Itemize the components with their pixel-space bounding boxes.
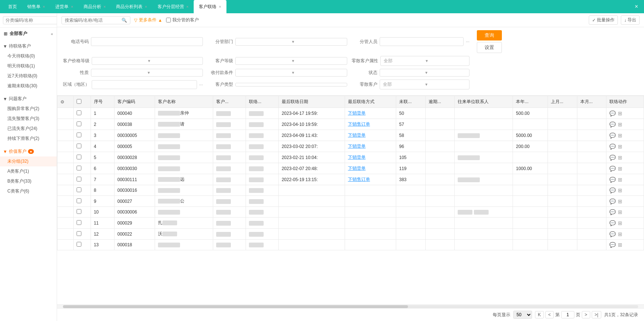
- problem-customers-title[interactable]: ▼ 问题客户: [0, 94, 57, 104]
- td-check[interactable]: [73, 218, 91, 229]
- sidebar-item-churn-warn[interactable]: 流失预警客户(3): [0, 114, 57, 124]
- th-this-year[interactable]: 本年...: [513, 96, 548, 108]
- method-link[interactable]: 下销货单: [348, 144, 366, 149]
- select-all-check[interactable]: [77, 99, 81, 104]
- td-last-method[interactable]: 下销货单: [345, 108, 396, 119]
- grid-action-icon[interactable]: ⊞: [618, 198, 622, 204]
- td-check[interactable]: [73, 196, 91, 207]
- chat-icon[interactable]: 💬: [609, 144, 616, 149]
- tab-customer-contact-close[interactable]: ×: [219, 4, 221, 9]
- sidebar-item-7days[interactable]: 近7天待联络(0): [0, 71, 57, 81]
- row-check[interactable]: [77, 110, 81, 115]
- tab-sales-close[interactable]: ×: [43, 4, 45, 9]
- td-last-method[interactable]: [345, 185, 396, 196]
- td-check[interactable]: [73, 174, 91, 185]
- sidebar-item-declining[interactable]: 持续下滑客户(2): [0, 134, 57, 144]
- sidebar-search-input[interactable]: [3, 16, 57, 24]
- chat-icon[interactable]: 💬: [609, 220, 616, 226]
- td-last-method[interactable]: 下销售订单: [345, 174, 396, 185]
- th-unlink[interactable]: 未联...: [396, 96, 425, 108]
- th-contact[interactable]: 联络...: [246, 96, 278, 108]
- sidebar-item-hoarding[interactable]: 囤购异常客户(2): [0, 104, 57, 114]
- retail-customer-select[interactable]: 全部 ▼: [380, 80, 469, 89]
- filter-search-input[interactable]: [65, 18, 120, 23]
- chat-icon[interactable]: 💬: [609, 209, 616, 215]
- row-check[interactable]: [77, 133, 81, 137]
- td-last-method[interactable]: [345, 240, 396, 250]
- td-last-method[interactable]: 下销货单: [345, 163, 396, 174]
- price-grade-select[interactable]: ▼: [92, 57, 203, 65]
- grid-action-icon[interactable]: ⊞: [618, 166, 622, 172]
- chat-icon[interactable]: 💬: [609, 198, 616, 204]
- sidebar-item-ungroup[interactable]: 未分组(32): [0, 156, 57, 166]
- grid-action-icon[interactable]: ⊞: [618, 177, 622, 183]
- method-link[interactable]: 下销货单: [348, 133, 366, 138]
- sidebar-item-churned[interactable]: 已流失客户(24): [0, 124, 57, 134]
- td-check[interactable]: [73, 229, 91, 240]
- row-check[interactable]: [77, 177, 81, 181]
- tab-product-list[interactable]: 商品分析列表 ×: [111, 0, 152, 13]
- grid-action-icon[interactable]: ⊞: [618, 220, 622, 226]
- td-last-method[interactable]: 下销货单: [345, 152, 396, 163]
- sidebar-item-overdue[interactable]: 逾期未联络(30): [0, 81, 57, 91]
- export-button[interactable]: ↓ 导出: [621, 15, 640, 25]
- customer-type-select[interactable]: [235, 83, 347, 87]
- th-overdue[interactable]: 逾期...: [425, 96, 455, 108]
- method-link[interactable]: 下销货单: [348, 166, 366, 171]
- settings-icon[interactable]: ⚙: [60, 99, 64, 105]
- scrollbar-thumb[interactable]: [63, 305, 408, 308]
- home-tab[interactable]: 首页: [3, 0, 22, 13]
- batch-ops-button[interactable]: ✓ 批量操作: [589, 15, 618, 25]
- grid-action-icon[interactable]: ⊞: [618, 231, 622, 237]
- td-last-method[interactable]: 下销售订单: [345, 119, 396, 130]
- chat-icon[interactable]: 💬: [609, 166, 616, 172]
- grid-action-icon[interactable]: ⊞: [618, 133, 622, 138]
- filter-search-icon[interactable]: 🔍: [122, 18, 127, 23]
- row-check[interactable]: [77, 144, 81, 148]
- td-check[interactable]: [73, 163, 91, 174]
- page-input[interactable]: [561, 311, 574, 318]
- chat-icon[interactable]: 💬: [609, 177, 616, 183]
- row-check[interactable]: [77, 121, 81, 126]
- th-code[interactable]: 客户编码: [114, 96, 155, 108]
- tab-product-analysis[interactable]: 商品分析 ×: [78, 0, 111, 13]
- prev-page-btn[interactable]: <: [545, 311, 554, 318]
- chat-icon[interactable]: 💬: [609, 231, 616, 237]
- method-link[interactable]: 下销货单: [348, 110, 366, 116]
- row-check[interactable]: [77, 209, 81, 214]
- tab-customer-contact[interactable]: 客户联络 ×: [194, 0, 226, 13]
- td-check[interactable]: [73, 240, 91, 250]
- chat-icon[interactable]: 💬: [609, 155, 616, 160]
- method-link[interactable]: 下销售订单: [348, 121, 370, 127]
- th-last-date[interactable]: 最后联络日期: [278, 96, 345, 108]
- window-close-icon[interactable]: ×: [632, 3, 641, 10]
- chat-icon[interactable]: 💬: [609, 110, 616, 116]
- td-check[interactable]: [73, 119, 91, 130]
- query-button[interactable]: 查询: [477, 30, 502, 40]
- dept-select[interactable]: ▼: [235, 38, 347, 46]
- grid-action-icon[interactable]: ⊞: [618, 209, 622, 215]
- gender-select[interactable]: ▼: [91, 69, 203, 77]
- last-page-btn[interactable]: >|: [592, 311, 601, 318]
- grid-action-icon[interactable]: ⊞: [618, 242, 622, 248]
- row-check[interactable]: [77, 187, 81, 192]
- tab-customer-segment[interactable]: 客户分层经营 ×: [152, 0, 194, 13]
- row-check[interactable]: [77, 231, 81, 236]
- all-customers-section[interactable]: ⊞ 全部客户 «: [0, 28, 57, 40]
- more-conditions-btn[interactable]: ▽ 更多条件 ▲: [134, 17, 162, 23]
- td-last-method[interactable]: [345, 207, 396, 218]
- th-check[interactable]: [73, 96, 91, 108]
- staff-more-icon[interactable]: ···: [466, 39, 469, 44]
- horizontal-scrollbar[interactable]: [57, 304, 644, 308]
- phone-input[interactable]: [91, 37, 203, 46]
- th-this-month[interactable]: 本月...: [577, 96, 606, 108]
- row-check[interactable]: [77, 220, 81, 225]
- my-customers-check[interactable]: [166, 18, 171, 22]
- method-link[interactable]: 下销售订单: [348, 177, 370, 182]
- th-customer-type[interactable]: 客户...: [213, 96, 246, 108]
- value-customers-title[interactable]: ▼ 价值客户 ●: [0, 147, 57, 156]
- sidebar-item-today[interactable]: 今天待联络(0): [0, 51, 57, 61]
- td-last-method[interactable]: [345, 196, 396, 207]
- tab-purchase[interactable]: 进货单 ×: [50, 0, 78, 13]
- tab-sales[interactable]: 销售单 ×: [22, 0, 50, 13]
